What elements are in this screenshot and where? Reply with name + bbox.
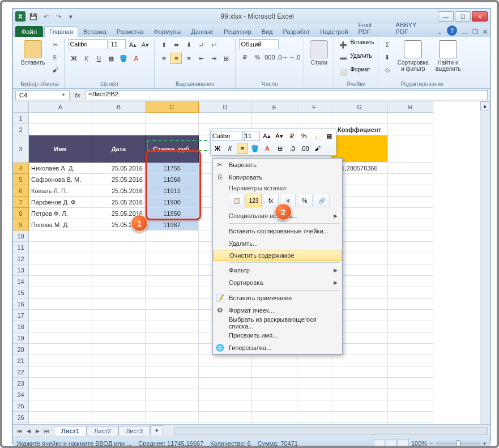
mini-decrease-font-icon[interactable]: A▾ [274,130,285,142]
cell[interactable] [92,276,146,287]
font-name-select[interactable] [68,39,108,49]
align-center-icon[interactable]: ≡ [170,53,182,64]
ctx-pick-from-list[interactable]: Выбрать из раскрывающегося списка... [213,317,342,329]
mini-increase-font-icon[interactable]: A▴ [261,130,272,142]
ctx-define-name[interactable]: Присвоить имя... [213,329,342,342]
cell[interactable] [29,389,92,400]
zoom-slider[interactable] [436,442,481,445]
cell[interactable] [331,378,388,389]
mdi-restore-icon[interactable]: ❐ [472,28,478,36]
row-header-21[interactable]: 21 [13,355,29,366]
mini-font-select[interactable] [212,131,243,141]
format-cells-label[interactable]: Формат [350,66,370,78]
paste-all-icon[interactable]: 📋 [229,194,245,207]
mini-align-center-icon[interactable]: ≡ [237,143,248,154]
row-header-18[interactable]: 18 [13,321,29,332]
qat-dropdown-icon[interactable]: ▾ [65,11,76,22]
ctx-hyperlink[interactable]: 🌐Гиперссылка... [213,342,342,354]
minimize-button[interactable]: — [438,11,454,22]
row-header-22[interactable]: 22 [13,366,29,378]
cell[interactable] [146,298,199,310]
row-header-9[interactable]: 9 [13,219,29,231]
cell[interactable]: 25.05.2016 [92,163,146,174]
cell[interactable] [388,253,433,264]
sheet-tab-2[interactable]: Лист2 [87,426,118,436]
ctx-sort[interactable]: Сортировка▶ [213,276,342,289]
cell[interactable]: 11068 [146,174,199,185]
cell[interactable] [388,344,433,355]
copy-icon[interactable]: ⎘ [49,52,61,63]
insert-cells-icon[interactable]: ➕ [338,39,349,50]
cell[interactable] [331,412,388,423]
cell[interactable] [92,378,146,389]
cell[interactable] [388,355,433,366]
zoom-out-icon[interactable]: − [429,440,433,447]
zoom-in-icon[interactable]: + [483,440,487,447]
align-bottom-icon[interactable]: ⬇ [183,39,194,50]
paste-formatting-icon[interactable]: % [297,194,313,207]
column-header-D[interactable]: D [199,101,252,113]
sheet-tab-1[interactable]: Лист1 [54,426,87,436]
vertical-scrollbar[interactable]: ▲ [480,101,490,424]
mini-font-color-icon[interactable]: A [262,143,273,154]
format-cells-icon[interactable]: ⬜ [338,66,349,78]
underline-icon[interactable]: Ч [93,53,104,64]
cell[interactable] [29,253,92,264]
cell[interactable]: Парфенов Д. Ф. [29,197,92,208]
cell[interactable] [146,378,199,389]
align-right-icon[interactable]: ≡ [183,53,194,64]
cell[interactable] [388,124,433,135]
column-header-B[interactable]: B [92,101,146,113]
cell[interactable]: 11850 [146,208,199,219]
row-header-24[interactable]: 24 [13,389,29,400]
cell[interactable] [199,355,252,366]
cell[interactable] [29,412,92,423]
cell[interactable] [297,389,331,400]
cell[interactable] [146,355,199,366]
row-header-17[interactable]: 17 [13,310,29,321]
row-header-11[interactable]: 11 [13,242,29,253]
cell[interactable] [331,366,388,378]
mini-percent-icon[interactable]: % [298,130,310,142]
row-header-20[interactable]: 20 [13,344,29,355]
cell[interactable] [252,366,297,378]
cell[interactable] [92,366,146,378]
mini-dec-inc-icon[interactable]: .0 [287,143,298,154]
increase-font-icon[interactable]: A▴ [127,39,138,50]
merge-icon[interactable]: ⊞ [220,53,232,64]
paste-link-icon[interactable]: 🔗 [314,194,330,207]
cell[interactable] [297,412,331,423]
cell[interactable] [146,332,199,344]
cell[interactable] [331,389,388,400]
ctx-filter[interactable]: Фильтр▶ [213,264,342,276]
cell[interactable] [92,287,146,298]
font-color-icon[interactable]: A [130,53,142,64]
cell[interactable] [146,287,199,298]
column-header-E[interactable]: E [252,101,297,113]
cell[interactable] [388,163,433,174]
row-header-13[interactable]: 13 [13,264,29,276]
row-header-7[interactable]: 7 [13,197,29,208]
ctx-insert-comment[interactable]: 📝Вставить примечание [213,292,342,304]
row-header-3[interactable]: 3 [13,135,29,163]
styles-button[interactable]: Стили [308,39,330,67]
cell[interactable] [252,412,297,423]
row-header-6[interactable]: 6 [13,185,29,197]
column-header-G[interactable]: G [331,101,388,113]
sheet-prev-icon[interactable]: ◀ [24,428,32,434]
cell[interactable] [388,276,433,287]
cell[interactable] [252,378,297,389]
new-sheet-icon[interactable]: ✦ [150,425,163,436]
cell[interactable] [388,400,433,412]
cell[interactable] [388,321,433,332]
redo-icon[interactable]: ↷ [53,11,64,22]
mini-border-icon[interactable]: ▦ [323,130,335,142]
row-header-25[interactable]: 25 [13,400,29,412]
cell[interactable] [146,389,199,400]
border-icon[interactable]: ▦ [105,53,117,64]
cell[interactable] [146,344,199,355]
cell[interactable] [92,231,146,242]
mdi-minimize-icon[interactable]: — [462,29,468,36]
cell[interactable] [29,378,92,389]
cell[interactable]: Дата [92,135,146,163]
